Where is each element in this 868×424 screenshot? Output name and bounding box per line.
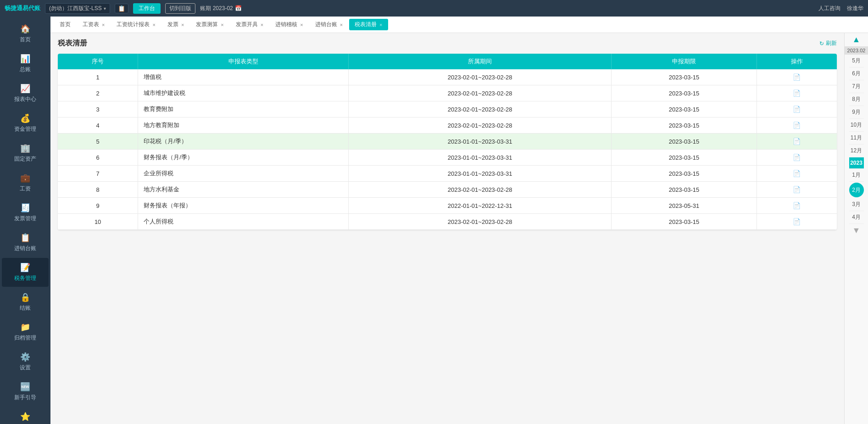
switch-version-button[interactable]: 切到旧版: [165, 3, 195, 14]
table-row: 7企业所得税2023-01-01~2023-03-312023-03-15📄: [58, 166, 837, 182]
sidebar-item-purchase[interactable]: 📋进销台账: [2, 228, 49, 257]
sidebar-icon-ledger: 📊: [20, 54, 30, 64]
sidebar-item-assets[interactable]: 🏢固定资产: [2, 139, 49, 167]
sidebar-item-salary[interactable]: 💼工资: [2, 168, 49, 197]
calendar-prev-icon[interactable]: ▲: [845, 33, 868, 46]
calendar-month[interactable]: 7月: [849, 80, 864, 93]
sidebar-item-member[interactable]: ⭐畅会员: [2, 407, 49, 424]
view-action-icon[interactable]: 📄: [793, 106, 801, 113]
sidebar-item-settings[interactable]: ⚙️设置: [2, 347, 49, 376]
tab-tax_register[interactable]: 税表清册×: [349, 19, 388, 30]
tab-salary[interactable]: 工资表×: [77, 19, 110, 30]
tab-salary_report[interactable]: 工资统计报表×: [111, 19, 161, 30]
cell-type: 财务报表（年报）: [138, 198, 349, 214]
view-action-icon[interactable]: 📄: [793, 154, 801, 161]
calendar-next-icon[interactable]: ▼: [845, 224, 868, 237]
tab-invoice_open[interactable]: 发票开具×: [230, 19, 269, 30]
calendar-month[interactable]: 12月: [849, 145, 864, 157]
tab-close-tax_register[interactable]: ×: [379, 22, 382, 28]
sidebar-label-archive: 归档管理: [14, 334, 36, 342]
view-action-icon[interactable]: 📄: [793, 170, 801, 177]
company-name: (勿动）江西版宝-LSS: [49, 5, 102, 12]
calendar-month-2023[interactable]: 3月: [849, 198, 864, 211]
sidebar-label-tax: 税务管理: [14, 274, 36, 282]
tab-close-salary[interactable]: ×: [102, 22, 105, 28]
cell-action: 📄: [757, 85, 837, 101]
tab-close-invoice[interactable]: ×: [181, 22, 184, 28]
tab-purchase_check[interactable]: 进销稽核×: [270, 19, 308, 30]
calendar-month[interactable]: 11月: [849, 132, 864, 145]
calendar-2023-label[interactable]: 2023: [849, 157, 864, 169]
tab-close-purchase_ledger[interactable]: ×: [340, 22, 343, 28]
sidebar-item-closing[interactable]: 🔒结账: [2, 288, 49, 317]
tab-close-invoice_calc[interactable]: ×: [221, 22, 223, 28]
user-name[interactable]: 徐逢华: [847, 5, 863, 12]
sidebar-item-report[interactable]: 📈报表中心: [2, 79, 49, 108]
tab-close-invoice_open[interactable]: ×: [261, 22, 263, 28]
sidebar-label-invoice: 发票管理: [14, 215, 36, 223]
ai-consult-link[interactable]: 人工咨询: [818, 5, 840, 12]
tab-home[interactable]: 首页: [54, 19, 76, 30]
view-action-icon[interactable]: 📄: [793, 186, 801, 193]
cell-deadline: 2023-03-15: [612, 134, 757, 150]
sidebar-item-archive[interactable]: 📁归档管理: [2, 318, 49, 346]
company-selector[interactable]: (勿动）江西版宝-LSS ▾: [45, 3, 110, 14]
cell-deadline: 2023-05-31: [612, 198, 757, 214]
tab-close-purchase_check[interactable]: ×: [300, 22, 303, 28]
tab-invoice_calc[interactable]: 发票测算×: [190, 19, 229, 30]
cell-action: 📄: [757, 134, 837, 150]
sidebar: 🏠首页📊总账📈报表中心💰资金管理🏢固定资产💼工资🧾发票管理📋进销台账📝税务管理🔒…: [0, 17, 50, 424]
tab-close-salary_report[interactable]: ×: [152, 22, 155, 28]
tab-purchase_ledger[interactable]: 进销台账×: [310, 19, 348, 30]
view-action-icon[interactable]: 📄: [793, 122, 801, 129]
cell-action: 📄: [757, 117, 837, 134]
tab-bar: 首页工资表×工资统计报表×发票×发票测算×发票开具×进销稽核×进销台账×税表清册…: [50, 17, 868, 33]
sidebar-item-home[interactable]: 🏠首页: [2, 19, 49, 48]
cell-action: 📄: [757, 166, 837, 182]
col-header: 申报表类型: [138, 54, 349, 69]
side-calendar: ▲ 2023.02 5月6月7月8月9月10月11月12月20231月2月3月4…: [844, 33, 868, 424]
view-action-icon[interactable]: 📄: [793, 218, 801, 225]
view-action-icon[interactable]: 📄: [793, 73, 801, 81]
calendar-month[interactable]: 10月: [849, 119, 864, 132]
sidebar-item-tax[interactable]: 📝税务管理: [2, 258, 49, 287]
calendar-month-2023[interactable]: 2月: [849, 183, 864, 197]
view-action-icon[interactable]: 📄: [793, 202, 801, 209]
copy-icon[interactable]: 📋: [115, 4, 128, 13]
cell-period: 2023-01-01~2023-03-31: [349, 150, 612, 166]
sidebar-item-ledger[interactable]: 📊总账: [2, 49, 49, 78]
cell-no: 8: [58, 182, 138, 198]
cell-period: 2023-02-01~2023-02-28: [349, 182, 612, 198]
calendar-month[interactable]: 9月: [849, 106, 864, 119]
calendar-month[interactable]: 6月: [849, 67, 864, 80]
cell-type: 城市维护建设税: [138, 85, 349, 101]
cell-action: 📄: [757, 214, 837, 230]
sidebar-item-guide[interactable]: 🆕新手引导: [2, 377, 49, 406]
cell-period: 2023-01-01~2023-03-31: [349, 166, 612, 182]
sidebar-icon-member: ⭐: [20, 412, 30, 422]
cell-type: 企业所得税: [138, 166, 349, 182]
tab-invoice[interactable]: 发票×: [162, 19, 189, 30]
refresh-label: 刷新: [826, 39, 837, 47]
col-header: 申报期限: [612, 54, 757, 69]
calendar-month-2023[interactable]: 4月: [849, 211, 864, 224]
cell-no: 4: [58, 117, 138, 134]
calendar-month[interactable]: 8月: [849, 93, 864, 106]
cell-action: 📄: [757, 150, 837, 166]
sidebar-icon-salary: 💼: [20, 173, 30, 183]
sidebar-item-invoice[interactable]: 🧾发票管理: [2, 198, 49, 227]
sidebar-item-capital[interactable]: 💰资金管理: [2, 109, 49, 138]
cell-type: 财务报表（月/季）: [138, 150, 349, 166]
cell-no: 10: [58, 214, 138, 230]
period-display: 账期 2023-02 📅: [200, 5, 242, 12]
calendar-month-2023[interactable]: 1月: [849, 169, 864, 182]
view-action-icon[interactable]: 📄: [793, 138, 801, 145]
refresh-button[interactable]: ↻ 刷新: [819, 39, 837, 47]
workbench-button[interactable]: 工作台: [133, 3, 161, 14]
view-action-icon[interactable]: 📄: [793, 89, 801, 97]
page-title-bar: 税表清册 ↻ 刷新: [58, 39, 837, 48]
calendar-month[interactable]: 5月: [849, 55, 864, 67]
sidebar-label-purchase: 进销台账: [14, 245, 36, 252]
calendar-icon[interactable]: 📅: [235, 5, 242, 11]
table-row: 5印花税（月/季）2023-01-01~2023-03-312023-03-15…: [58, 134, 837, 150]
